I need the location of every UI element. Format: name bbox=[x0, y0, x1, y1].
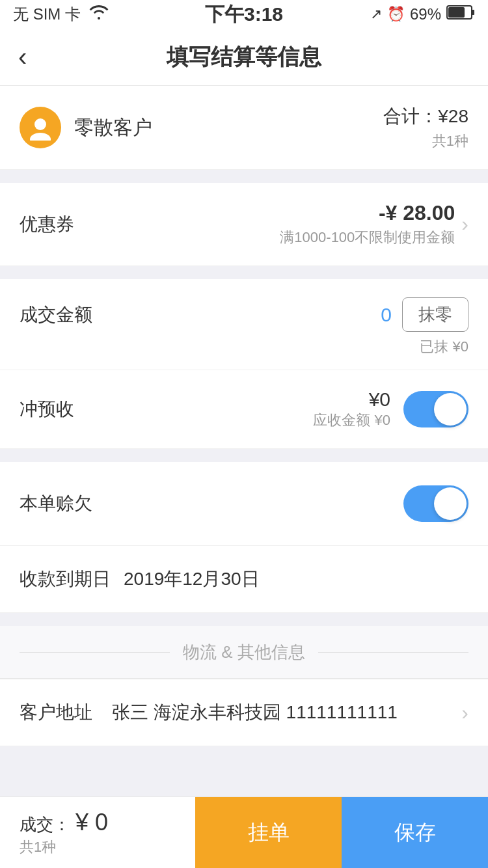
advance-value-block: ¥0 应收金额 ¥0 bbox=[313, 388, 390, 430]
bottom-deal-row: 成交： ¥ 0 bbox=[20, 809, 176, 836]
advance-toggle-knob bbox=[434, 393, 467, 426]
hang-button-label: 挂单 bbox=[248, 819, 290, 847]
bottom-deal-amount: ¥ 0 bbox=[75, 809, 108, 836]
divider-2 bbox=[0, 266, 488, 279]
alarm-icon: ⏰ bbox=[387, 6, 405, 23]
bottom-info: 成交： ¥ 0 共1种 bbox=[0, 809, 195, 857]
advance-row: 冲预收 ¥0 应收金额 ¥0 bbox=[0, 370, 488, 449]
coupon-chevron-icon: › bbox=[461, 212, 468, 236]
battery-label: 69% bbox=[410, 5, 441, 23]
address-chevron-icon: › bbox=[461, 701, 468, 725]
deal-row: 成交金额 0 抹零 已抹 ¥0 bbox=[0, 279, 488, 370]
back-button[interactable]: ‹ bbox=[18, 42, 27, 72]
advance-label: 冲预收 bbox=[20, 397, 74, 422]
bottom-deal-label: 成交： bbox=[20, 813, 70, 836]
deal-already-label: 已抹 ¥0 bbox=[420, 337, 468, 357]
address-label: 客户地址 bbox=[20, 700, 92, 725]
logistics-label: 物流 & 其他信息 bbox=[170, 641, 318, 664]
customer-avatar bbox=[20, 107, 61, 148]
carrier-label: 无 SIM 卡 bbox=[13, 4, 81, 25]
coupon-label: 优惠券 bbox=[20, 212, 74, 237]
status-bar: 无 SIM 卡 下午3:18 ↗ ⏰ 69% bbox=[0, 0, 488, 29]
deal-label: 成交金额 bbox=[20, 303, 92, 327]
advance-right: ¥0 应收金额 ¥0 bbox=[313, 388, 468, 430]
deal-value: 0 bbox=[381, 304, 392, 326]
debit-row: 本单赊欠 bbox=[0, 462, 488, 546]
address-right: › bbox=[461, 701, 468, 725]
customer-row: 零散客户 合计：¥28 共1种 bbox=[0, 86, 488, 170]
battery-icon bbox=[446, 5, 475, 23]
advance-amount: ¥0 bbox=[313, 388, 390, 411]
deal-row-top: 成交金额 0 抹零 bbox=[20, 279, 468, 337]
nav-bar: ‹ 填写结算等信息 bbox=[0, 29, 488, 86]
svg-rect-2 bbox=[448, 7, 465, 18]
svg-rect-1 bbox=[472, 10, 474, 15]
advance-toggle[interactable] bbox=[403, 391, 468, 427]
coupon-row[interactable]: 优惠券 -¥ 28.00 满1000-100不限制使用金额 › bbox=[0, 183, 488, 266]
duedate-value: 2019年12月30日 bbox=[124, 567, 260, 591]
svg-point-3 bbox=[34, 118, 46, 130]
logistics-header: 物流 & 其他信息 bbox=[0, 626, 488, 678]
content-area: 零散客户 合计：¥28 共1种 优惠券 -¥ 28.00 满1000-100不限… bbox=[0, 86, 488, 868]
duedate-label: 收款到期日 bbox=[20, 567, 111, 591]
total-amount: 合计：¥28 bbox=[383, 104, 468, 129]
duedate-row: 收款到期日 2019年12月30日 bbox=[0, 546, 488, 613]
save-button-label: 保存 bbox=[394, 819, 436, 847]
status-bar-left: 无 SIM 卡 bbox=[13, 4, 111, 25]
address-row[interactable]: 客户地址 张三 海淀永丰科技园 11111111111 › bbox=[0, 679, 488, 746]
deal-right: 0 抹零 bbox=[381, 297, 468, 332]
coupon-amount: -¥ 28.00 bbox=[280, 201, 455, 225]
divider-3 bbox=[0, 449, 488, 462]
debit-label: 本单赊欠 bbox=[20, 491, 92, 516]
divider-1 bbox=[0, 170, 488, 183]
divider-4 bbox=[0, 613, 488, 626]
status-bar-right: ↗ ⏰ 69% bbox=[370, 5, 475, 23]
customer-name: 零散客户 bbox=[74, 115, 152, 141]
coupon-right: -¥ 28.00 满1000-100不限制使用金额 › bbox=[280, 201, 468, 247]
advance-receivable: 应收金额 ¥0 bbox=[313, 411, 390, 430]
customer-right: 合计：¥28 共1种 bbox=[383, 104, 468, 151]
coupon-value-block: -¥ 28.00 满1000-100不限制使用金额 bbox=[280, 201, 455, 247]
address-value: 张三 海淀永丰科技园 11111111111 bbox=[112, 700, 461, 725]
debit-toggle[interactable] bbox=[403, 485, 468, 522]
coupon-desc: 满1000-100不限制使用金额 bbox=[280, 228, 455, 247]
hang-button[interactable]: 挂单 bbox=[195, 797, 342, 868]
status-bar-time: 下午3:18 bbox=[205, 1, 283, 28]
location-icon: ↗ bbox=[370, 6, 382, 23]
customer-left: 零散客户 bbox=[20, 107, 152, 148]
wifi-icon bbox=[87, 5, 111, 23]
bottom-bar: 成交： ¥ 0 共1种 挂单 保存 bbox=[0, 796, 488, 868]
bottom-count: 共1种 bbox=[20, 837, 176, 857]
total-count: 共1种 bbox=[383, 131, 468, 151]
round-button[interactable]: 抹零 bbox=[402, 297, 468, 332]
debit-toggle-knob bbox=[434, 487, 467, 520]
svg-point-4 bbox=[30, 133, 51, 141]
save-button[interactable]: 保存 bbox=[342, 797, 488, 868]
deal-row-bottom: 已抹 ¥0 bbox=[20, 337, 468, 370]
page-title: 填写结算等信息 bbox=[167, 42, 321, 72]
